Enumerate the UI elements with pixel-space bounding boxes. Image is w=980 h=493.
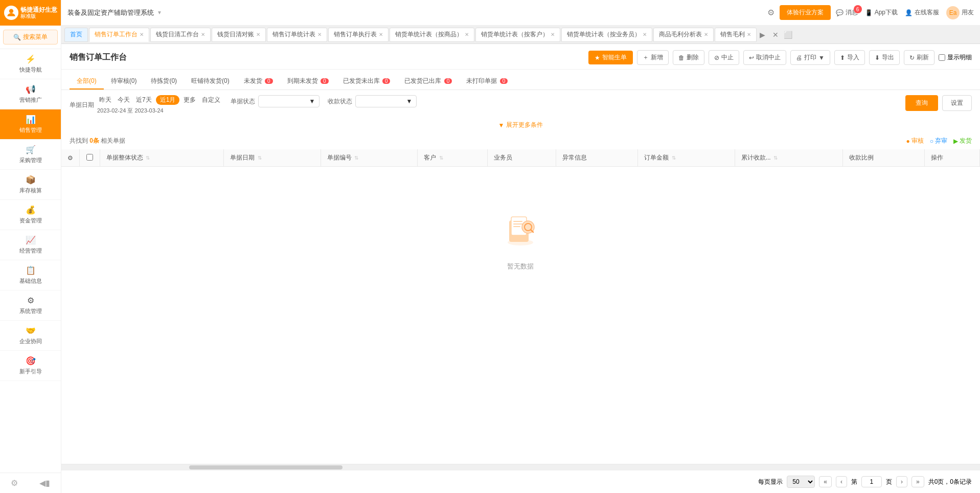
app-download-button[interactable]: 📱 App下载 bbox=[865, 8, 898, 17]
tab-daily-clear[interactable]: 钱货日清工作台 ✕ bbox=[150, 28, 211, 42]
date-yesterday[interactable]: 昨天 bbox=[97, 95, 113, 105]
import-icon: ⬆ bbox=[840, 54, 845, 61]
tab-sales-exec[interactable]: 销售订单执行表 ✕ bbox=[328, 28, 389, 42]
tab-close-icon[interactable]: ✕ bbox=[465, 32, 469, 37]
online-service-button[interactable]: 👤 在线客服 bbox=[905, 8, 939, 17]
page-size-select[interactable]: 50 10 20 100 bbox=[787, 476, 815, 488]
export-button[interactable]: ⬇ 导出 bbox=[869, 50, 900, 65]
sidebar-item-finance[interactable]: 💰 资金管理 bbox=[0, 200, 61, 230]
solution-button[interactable]: 体验行业方案 bbox=[780, 5, 831, 20]
tab-close-icon[interactable]: ✕ bbox=[704, 32, 708, 37]
sub-tab-shipped-out[interactable]: 已发货已出库 0 bbox=[397, 74, 459, 89]
date-1month[interactable]: 近1月 bbox=[156, 95, 180, 105]
select-all-checkbox[interactable] bbox=[86, 154, 93, 161]
last-page-button[interactable]: » bbox=[911, 476, 924, 487]
col-settings[interactable]: ⚙ bbox=[61, 149, 80, 167]
settings-gear-icon[interactable]: ⚙ bbox=[11, 478, 18, 488]
message-button[interactable]: 💬 消息 6 bbox=[836, 8, 858, 17]
sort-icon[interactable]: ⇅ bbox=[258, 155, 262, 161]
show-detail-label[interactable]: 显示明细 bbox=[939, 53, 972, 62]
first-page-button[interactable]: « bbox=[819, 476, 832, 487]
refresh-button[interactable]: ↻ 刷新 bbox=[904, 50, 935, 65]
stop-button[interactable]: ⊘ 中止 bbox=[709, 50, 739, 65]
topbar-right: 💬 消息 6 📱 App下载 👤 在线客服 Ea 用友 bbox=[836, 6, 974, 19]
payment-select[interactable]: ▼ bbox=[355, 95, 417, 107]
tab-close-icon[interactable]: ✕ bbox=[140, 32, 144, 37]
sidebar-item-purchase[interactable]: 🛒 采购管理 bbox=[0, 140, 61, 170]
date-7days[interactable]: 近7天 bbox=[134, 95, 154, 105]
print-button[interactable]: 🖨 打印 ▼ bbox=[790, 50, 830, 65]
sidebar-item-marketing[interactable]: 📢 营销推广 bbox=[0, 79, 61, 109]
sidebar-item-basic[interactable]: 📋 基础信息 bbox=[0, 260, 61, 290]
horizontal-scrollbar[interactable] bbox=[61, 464, 980, 470]
sidebar-item-guide[interactable]: 🎯 新手引导 bbox=[0, 351, 61, 381]
sub-tab-not-shipped[interactable]: 未发货 0 bbox=[237, 74, 280, 89]
tab-close-icon[interactable]: ✕ bbox=[256, 32, 260, 37]
tab-sales-gross[interactable]: 销售毛利 ✕ bbox=[715, 28, 757, 42]
sub-tab-wangpu-pending[interactable]: 旺铺待发货(0) bbox=[184, 74, 237, 89]
tab-close-icon[interactable]: ✕ bbox=[747, 32, 751, 37]
avatar-text: Ea bbox=[949, 9, 957, 16]
sort-icon[interactable]: ⇅ bbox=[354, 155, 358, 161]
sub-tab-pending-audit[interactable]: 待审核(0) bbox=[104, 74, 144, 89]
sub-tab-not-printed[interactable]: 未打印单据 0 bbox=[459, 74, 515, 89]
date-custom[interactable]: 自定义 bbox=[200, 95, 222, 105]
tab-home[interactable]: 首页 bbox=[64, 28, 88, 42]
status-select[interactable]: ▼ bbox=[258, 95, 320, 107]
tab-close-all-button[interactable]: ✕ bbox=[770, 30, 781, 40]
tab-close-icon[interactable]: ✕ bbox=[379, 32, 383, 37]
tab-sales-by-product[interactable]: 销货单统计表（按商品） ✕ bbox=[390, 28, 474, 42]
sidebar-item-enterprise[interactable]: 🤝 企业协同 bbox=[0, 321, 61, 351]
page-number-input[interactable] bbox=[861, 476, 882, 487]
sort-icon[interactable]: ⇅ bbox=[672, 155, 676, 161]
sub-tab-overdue-not-shipped[interactable]: 到期未发货 0 bbox=[280, 74, 336, 89]
tab-sales-stats[interactable]: 销售订单统计表 ✕ bbox=[267, 28, 327, 42]
tab-close-icon[interactable]: ✕ bbox=[551, 32, 555, 37]
tab-sales-order-workbench[interactable]: 销售订单工作台 ✕ bbox=[89, 28, 149, 42]
prev-page-button[interactable]: ‹ bbox=[836, 476, 847, 487]
tab-daily-reconcile[interactable]: 钱货日清对账 ✕ bbox=[212, 28, 266, 42]
set-button[interactable]: 设置 bbox=[942, 95, 972, 111]
tab-close-icon[interactable]: ✕ bbox=[317, 32, 322, 37]
sub-tab-shipped-not-out[interactable]: 已发货未出库 0 bbox=[336, 74, 398, 89]
col-checkbox[interactable] bbox=[80, 149, 100, 167]
tab-close-icon[interactable]: ✕ bbox=[201, 32, 205, 37]
sidebar-item-operations[interactable]: 📈 经营管理 bbox=[0, 230, 61, 260]
date-more[interactable]: 更多 bbox=[181, 95, 198, 105]
tab-more-button[interactable]: ▶ bbox=[758, 30, 767, 40]
add-button[interactable]: ＋ 新增 bbox=[637, 50, 669, 65]
topbar-gear-icon[interactable]: ⚙ bbox=[767, 8, 774, 17]
audit-link[interactable]: ● 审核 bbox=[906, 137, 924, 145]
sidebar-item-inventory[interactable]: 📦 库存核算 bbox=[0, 170, 61, 200]
sidebar-item-quick-nav[interactable]: ⚡ 快捷导航 bbox=[0, 49, 61, 79]
import-button[interactable]: ⬆ 导入 bbox=[834, 50, 865, 65]
sub-tab-all[interactable]: 全部(0) bbox=[70, 74, 104, 89]
unaudit-link[interactable]: ○ 弃审 bbox=[930, 137, 947, 145]
sidebar-item-label: 快捷导航 bbox=[19, 66, 42, 74]
search-menu-button[interactable]: 🔍 搜索菜单 bbox=[3, 30, 58, 44]
tab-gross-margin[interactable]: 商品毛利分析表 ✕ bbox=[653, 28, 714, 42]
empty-text: 暂无数据 bbox=[507, 262, 534, 271]
sort-icon[interactable]: ⇅ bbox=[773, 155, 778, 161]
tab-close-icon[interactable]: ✕ bbox=[643, 32, 647, 37]
sort-icon[interactable]: ⇅ bbox=[146, 155, 150, 161]
sidebar-item-system[interactable]: ⚙ 系统管理 bbox=[0, 290, 61, 321]
ai-generate-button[interactable]: ★ 智能生单 bbox=[588, 51, 633, 64]
delete-button[interactable]: 🗑 删除 bbox=[673, 50, 704, 65]
tab-maximize-button[interactable]: ⬜ bbox=[782, 30, 794, 40]
date-today[interactable]: 今天 bbox=[116, 95, 132, 105]
sub-tab-pending-pick[interactable]: 待拣货(0) bbox=[144, 74, 184, 89]
tab-sales-by-salesman[interactable]: 销货单统计表（按业务员） ✕ bbox=[561, 28, 652, 42]
collapse-icon[interactable]: ◀▮ bbox=[39, 478, 50, 488]
expand-conditions-button[interactable]: ▼ 展开更多条件 bbox=[498, 121, 543, 129]
ship-link[interactable]: ▶ 发货 bbox=[953, 137, 972, 145]
user-menu-button[interactable]: Ea 用友 bbox=[946, 6, 974, 19]
tab-sales-by-customer[interactable]: 销货单统计表（按客户） ✕ bbox=[475, 28, 560, 42]
sidebar-item-sales[interactable]: 📊 销售管理 bbox=[0, 109, 61, 140]
next-page-button[interactable]: › bbox=[896, 476, 907, 487]
sort-icon[interactable]: ⇅ bbox=[439, 155, 443, 161]
scrollbar-thumb[interactable] bbox=[189, 465, 343, 469]
query-button[interactable]: 查询 bbox=[905, 95, 938, 111]
cancel-stop-button[interactable]: ↩ 取消中止 bbox=[743, 50, 786, 65]
show-detail-checkbox[interactable] bbox=[939, 54, 945, 61]
